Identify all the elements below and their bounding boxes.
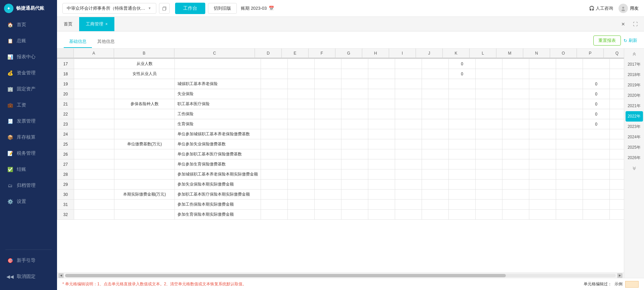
cell-c[interactable]: 城镇职工基本养老保险 bbox=[175, 79, 261, 89]
cell-n[interactable] bbox=[529, 79, 556, 89]
sub-tab-basic[interactable]: 基础信息 bbox=[64, 36, 92, 48]
cell-o[interactable] bbox=[556, 149, 583, 159]
cell-o[interactable] bbox=[556, 159, 583, 169]
cell-j[interactable] bbox=[422, 169, 449, 179]
tab-home[interactable]: 首页 bbox=[57, 17, 79, 31]
cell-c[interactable]: 参加生育保险本期实际缴费金额 bbox=[175, 210, 261, 220]
cell-h[interactable] bbox=[368, 159, 395, 169]
cell-i[interactable] bbox=[395, 99, 422, 109]
cell-e[interactable] bbox=[288, 169, 315, 179]
cell-f[interactable] bbox=[315, 179, 341, 190]
cell-b[interactable] bbox=[114, 159, 175, 169]
cell-e[interactable] bbox=[288, 149, 315, 159]
cell-o[interactable] bbox=[556, 69, 583, 79]
cell-k[interactable] bbox=[449, 159, 476, 169]
cell-m[interactable] bbox=[502, 109, 529, 119]
cell-f[interactable] bbox=[315, 159, 341, 169]
sidebar-item-reports[interactable]: 📊 报表中心 bbox=[0, 49, 57, 65]
cell-f[interactable] bbox=[315, 119, 341, 129]
cell-q[interactable] bbox=[610, 190, 624, 200]
cell-f[interactable] bbox=[315, 200, 341, 210]
cell-n[interactable] bbox=[529, 200, 556, 210]
cell-o[interactable] bbox=[556, 179, 583, 190]
sidebar-item-assets[interactable]: 🏢 固定资产 bbox=[0, 81, 57, 97]
cell-q[interactable] bbox=[610, 159, 624, 169]
cell-p[interactable]: 0 bbox=[583, 79, 610, 89]
cell-i[interactable] bbox=[395, 159, 422, 169]
year-item[interactable]: 2018年 bbox=[626, 70, 643, 80]
sidebar-item-close[interactable]: ✅ 结账 bbox=[0, 161, 57, 177]
cell-o[interactable] bbox=[556, 119, 583, 129]
cell-m[interactable] bbox=[502, 200, 529, 210]
cell-i[interactable] bbox=[395, 210, 422, 220]
cell-m[interactable] bbox=[502, 89, 529, 99]
cell-c[interactable]: 参加工伤保险本期实际缴费金额 bbox=[175, 200, 261, 210]
cell-i[interactable] bbox=[395, 149, 422, 159]
cell-g[interactable] bbox=[341, 210, 368, 220]
cell-e[interactable] bbox=[288, 190, 315, 200]
cell-f[interactable] bbox=[315, 169, 341, 179]
cell-c[interactable]: 职工基本医疗保险 bbox=[175, 99, 261, 109]
cell-h[interactable] bbox=[368, 109, 395, 119]
cell-n[interactable] bbox=[529, 59, 556, 69]
cell-h[interactable] bbox=[368, 129, 395, 139]
cell-p[interactable]: 0 bbox=[583, 99, 610, 109]
cell-o[interactable] bbox=[556, 210, 583, 220]
cell-k[interactable] bbox=[449, 99, 476, 109]
cell-o[interactable] bbox=[556, 139, 583, 149]
cell-j[interactable] bbox=[422, 210, 449, 220]
cell-m[interactable] bbox=[502, 119, 529, 129]
cell-e[interactable] bbox=[288, 200, 315, 210]
cell-i[interactable] bbox=[395, 79, 422, 89]
cell-q[interactable] bbox=[610, 200, 624, 210]
cell-p[interactable] bbox=[583, 169, 610, 179]
cell-l[interactable] bbox=[476, 119, 502, 129]
cell-b[interactable] bbox=[114, 79, 175, 89]
cell-b[interactable] bbox=[114, 179, 175, 190]
cell-d[interactable] bbox=[261, 99, 288, 109]
cell-h[interactable] bbox=[368, 200, 395, 210]
cell-d[interactable] bbox=[261, 159, 288, 169]
cell-h[interactable] bbox=[368, 89, 395, 99]
cell-d[interactable] bbox=[261, 149, 288, 159]
cell-e[interactable] bbox=[288, 129, 315, 139]
cell-f[interactable] bbox=[315, 109, 341, 119]
cell-a[interactable] bbox=[74, 149, 114, 159]
cell-i[interactable] bbox=[395, 190, 422, 200]
year-item[interactable]: 2020年 bbox=[626, 90, 643, 101]
cell-l[interactable] bbox=[476, 69, 502, 79]
cell-b[interactable] bbox=[114, 119, 175, 129]
cell-i[interactable] bbox=[395, 109, 422, 119]
cell-m[interactable] bbox=[502, 210, 529, 220]
cell-e[interactable] bbox=[288, 159, 315, 169]
cell-i[interactable] bbox=[395, 69, 422, 79]
cell-a[interactable] bbox=[74, 109, 114, 119]
tab-close-icon[interactable]: × bbox=[105, 22, 108, 26]
cell-l[interactable] bbox=[476, 89, 502, 99]
cell-q[interactable] bbox=[610, 69, 624, 79]
cell-q[interactable] bbox=[610, 79, 624, 89]
cell-o[interactable] bbox=[556, 109, 583, 119]
cell-k[interactable]: 0 bbox=[449, 59, 476, 69]
cell-d[interactable] bbox=[261, 200, 288, 210]
cell-o[interactable] bbox=[556, 99, 583, 109]
user-area[interactable]: 用友 bbox=[619, 4, 639, 13]
cell-i[interactable] bbox=[395, 139, 422, 149]
cell-f[interactable] bbox=[315, 69, 341, 79]
tab-active-business[interactable]: 工商管理 × bbox=[79, 17, 114, 31]
cell-o[interactable] bbox=[556, 89, 583, 99]
cell-i[interactable] bbox=[395, 119, 422, 129]
cell-a[interactable] bbox=[74, 159, 114, 169]
cell-e[interactable] bbox=[288, 69, 315, 79]
cell-f[interactable] bbox=[315, 149, 341, 159]
cell-l[interactable] bbox=[476, 190, 502, 200]
cell-h[interactable] bbox=[368, 59, 395, 69]
cell-n[interactable] bbox=[529, 109, 556, 119]
cell-c[interactable]: 参加职工基本医疗保险本期实际缴费金额 bbox=[175, 190, 261, 200]
cell-k[interactable] bbox=[449, 179, 476, 190]
year-item[interactable]: 2019年 bbox=[626, 80, 643, 90]
cell-n[interactable] bbox=[529, 179, 556, 190]
cell-g[interactable] bbox=[341, 169, 368, 179]
cell-j[interactable] bbox=[422, 179, 449, 190]
cell-g[interactable] bbox=[341, 59, 368, 69]
